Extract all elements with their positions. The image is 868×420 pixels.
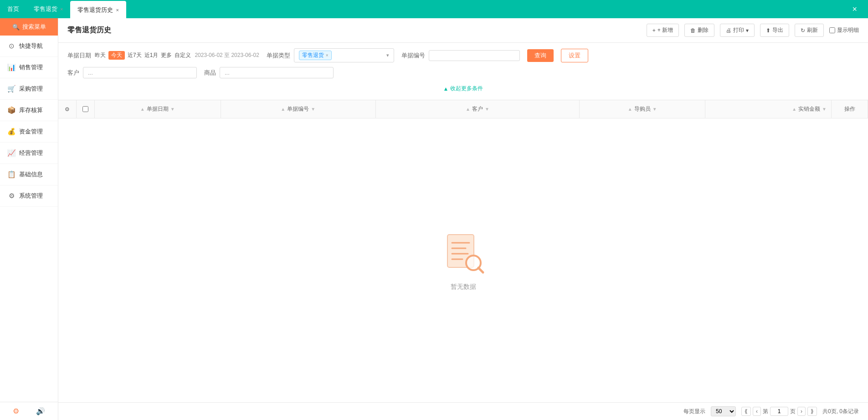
customer-select[interactable]: ...	[83, 67, 197, 78]
page-unit-label: 页	[790, 408, 796, 415]
sidebar-audio-button[interactable]: 🔊	[36, 407, 45, 415]
th-customer[interactable]: ▲ 客户 ▼	[376, 100, 580, 118]
date-opt-month[interactable]: 近1月	[144, 51, 159, 59]
sort-up-icon: ▲	[140, 107, 145, 112]
display-toggle-label: 显示明细	[837, 26, 859, 34]
goods-select[interactable]: ...	[220, 67, 334, 78]
bill-type-tag: 零售退货 ×	[299, 51, 332, 60]
query-button[interactable]: 查询	[527, 49, 554, 62]
bill-type-label: 单据类型	[267, 51, 290, 60]
date-options: 昨天 今天 近7天 近1月 更多 自定义	[95, 51, 191, 60]
select-all-checkbox[interactable]	[82, 106, 88, 112]
th-date-label: 单据日期	[147, 105, 169, 113]
first-page-button[interactable]: ⟪	[741, 407, 751, 416]
sidebar-search[interactable]: 🔍 搜索菜单	[0, 18, 58, 36]
goods-ellipsis: ...	[225, 69, 230, 76]
bill-type-select[interactable]: 零售退货 × ▾	[294, 48, 394, 62]
bill-type-dropdown-icon: ▾	[386, 52, 389, 58]
prev-page-button[interactable]: ‹	[753, 407, 761, 416]
sidebar-item-quick-nav[interactable]: ⊙ 快捷导航	[0, 36, 58, 57]
table-header: ⚙ ▲ 单据日期 ▼ ▲ 单据编号 ▼ ▲ 客户 ▼	[58, 100, 868, 118]
sys-icon: ⚙	[7, 192, 15, 200]
sidebar-search-label: 搜索菜单	[22, 23, 46, 31]
svg-line-6	[478, 268, 483, 272]
sidebar-item-finance[interactable]: 💰 资金管理	[0, 121, 58, 143]
date-opt-custom[interactable]: 自定义	[175, 51, 191, 59]
refresh-button[interactable]: ↻ 刷新	[795, 24, 824, 37]
th-op: 操作	[832, 100, 868, 118]
page-number-input[interactable]	[770, 407, 788, 416]
th-billno[interactable]: ▲ 单据编号 ▼	[221, 100, 376, 118]
filter-customer: 客户 ...	[67, 67, 197, 78]
tab-retail-return-history-label: 零售退货历史	[77, 6, 113, 14]
th-checkbox[interactable]	[77, 100, 95, 118]
date-opt-week[interactable]: 近7天	[128, 51, 142, 59]
sidebar-item-operation[interactable]: 📈 经营管理	[0, 143, 58, 164]
th-guide[interactable]: ▲ 导购员 ▼	[580, 100, 706, 118]
date-range-display: 2023-06-02 至 2023-06-02	[195, 51, 259, 59]
date-opt-yesterday[interactable]: 昨天	[95, 51, 106, 59]
next-page-button[interactable]: ›	[797, 407, 806, 416]
settings-col-icon: ⚙	[65, 106, 70, 113]
sidebar-item-sys-mgmt[interactable]: ⚙ 系统管理	[0, 185, 58, 207]
sidebar-item-inventory[interactable]: 📦 库存核算	[0, 100, 58, 121]
date-opt-more[interactable]: 更多	[161, 51, 172, 59]
collapse-button[interactable]: ▲ 收起更多条件	[438, 83, 489, 94]
per-page-select[interactable]: 50 10 20 100	[711, 406, 736, 416]
th-amount[interactable]: ▲ 实销金额 ▼	[705, 100, 832, 118]
sidebar-item-purchase-mgmt[interactable]: 🛒 采购管理	[0, 78, 58, 100]
sidebar-item-basic-info-label: 基础信息	[19, 170, 43, 179]
th-date[interactable]: ▲ 单据日期 ▼	[95, 100, 221, 118]
sort-up-icon-billno: ▲	[281, 107, 285, 112]
tab-retail-return-close[interactable]: ×	[60, 6, 63, 12]
tab-home[interactable]: 首页	[0, 0, 26, 18]
last-page-button[interactable]: ⟫	[807, 407, 817, 416]
add-button[interactable]: + + 新增	[647, 24, 679, 37]
setting-button[interactable]: 设置	[561, 49, 588, 62]
tab-retail-return-history-close[interactable]: ×	[116, 7, 118, 13]
filter-row-1: 单据日期 昨天 今天 近7天 近1月 更多 自定义 2023-06-02 至 2…	[67, 48, 859, 62]
inventory-icon: 📦	[7, 106, 15, 114]
bill-type-tag-text: 零售退货	[302, 51, 324, 59]
empty-state: 暂无数据	[58, 118, 868, 402]
refresh-label: 刷新	[807, 26, 818, 34]
tab-retail-return[interactable]: 零售退货 ×	[26, 0, 70, 18]
tab-retail-return-label: 零售退货	[34, 5, 57, 13]
th-settings[interactable]: ⚙	[58, 100, 77, 118]
sort-down-icon-amount: ▼	[822, 107, 827, 112]
sidebar-item-purchase-label: 采购管理	[19, 85, 43, 93]
sidebar-item-sales-mgmt[interactable]: 📊 销售管理	[0, 57, 58, 78]
page-word-label: 第	[763, 408, 768, 415]
th-customer-label: 客户	[472, 105, 483, 113]
display-toggle[interactable]: 显示明细	[829, 26, 859, 34]
window-close-button[interactable]: ×	[848, 5, 861, 14]
date-opt-today[interactable]: 今天	[108, 51, 125, 60]
empty-text: 暂无数据	[451, 283, 476, 291]
sidebar-item-quick-nav-label: 快捷导航	[19, 42, 43, 50]
operation-icon: 📈	[7, 149, 15, 157]
pagination-bar: 每页显示 50 10 20 100 ⟪ ‹ 第 页 › ⟫ 共0页, 0条记录	[58, 402, 868, 420]
bill-no-input[interactable]	[429, 50, 520, 61]
print-button[interactable]: 🖨 打印 ▾	[720, 24, 755, 37]
sidebar-settings-button[interactable]: ⚙	[13, 407, 19, 415]
sort-up-icon-guide: ▲	[628, 107, 632, 112]
bill-type-tag-close[interactable]: ×	[326, 53, 329, 58]
display-toggle-checkbox[interactable]	[829, 27, 835, 33]
filter-date: 单据日期 昨天 今天 近7天 近1月 更多 自定义 2023-06-02 至 2…	[67, 51, 259, 60]
export-button[interactable]: ⬆ 导出	[760, 24, 789, 37]
sidebar-item-finance-label: 资金管理	[19, 128, 43, 136]
export-label: 导出	[772, 26, 783, 34]
filter-area: 单据日期 昨天 今天 近7天 近1月 更多 自定义 2023-06-02 至 2…	[58, 43, 868, 100]
delete-button[interactable]: 🗑 删除	[684, 24, 714, 37]
sidebar-item-inventory-label: 库存核算	[19, 106, 43, 114]
tab-bar: 首页 零售退货 × 零售退货历史 ×	[0, 0, 848, 18]
sort-down-icon: ▼	[170, 107, 175, 112]
sidebar: 🔍 搜索菜单 ⊙ 快捷导航 📊 销售管理 🛒 采购管理 📦 库存核算 💰	[0, 18, 58, 420]
sidebar-item-basic-info[interactable]: 📋 基础信息	[0, 164, 58, 185]
print-label: 打印	[733, 26, 744, 34]
tab-retail-return-history[interactable]: 零售退货历史 ×	[70, 1, 126, 19]
content-area: 零售退货历史 + + 新增 🗑 删除 🖨 打印 ▾ ⬆ 导出	[58, 18, 868, 420]
sidebar-bottom: ⚙ 🔊	[0, 402, 58, 420]
purchase-icon: 🛒	[7, 85, 15, 93]
toolbar: + + 新增 🗑 删除 🖨 打印 ▾ ⬆ 导出 ↻	[647, 24, 859, 37]
